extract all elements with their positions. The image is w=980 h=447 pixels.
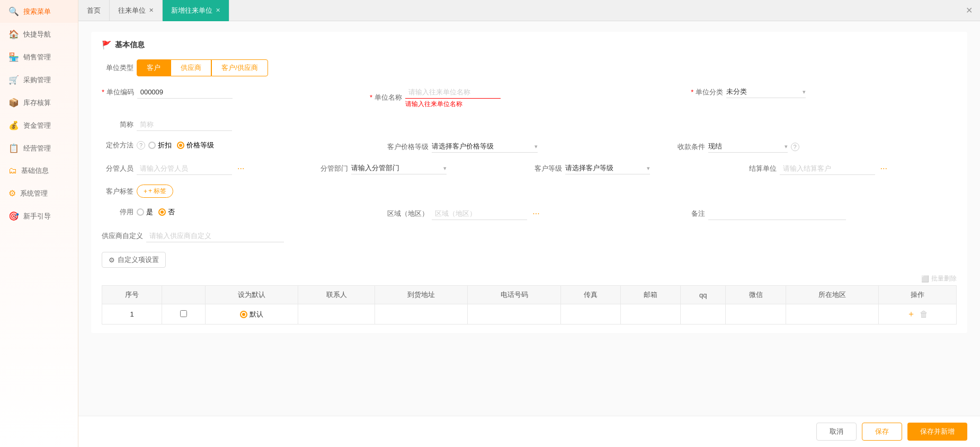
supplier-custom-input[interactable]: [146, 230, 284, 242]
th-action: 操作: [879, 286, 957, 304]
payment-help-icon[interactable]: ?: [791, 143, 799, 151]
row-qq: [681, 304, 726, 325]
unit-name-error-block: 请输入往来单位名称: [405, 86, 501, 109]
pricing-radio-level[interactable]: 价格等级: [177, 141, 214, 150]
type-btn-customer[interactable]: 客户: [137, 59, 171, 76]
add-tag-button[interactable]: + + 标签: [137, 185, 173, 198]
sidebar-item-inventory[interactable]: 📦 库存核算: [0, 91, 78, 114]
discount-label: 折扣: [158, 141, 172, 150]
disabled-radio-no[interactable]: 否: [158, 207, 175, 217]
sidebar-item-search[interactable]: 🔍 搜索菜单: [0, 0, 78, 23]
tab-partners[interactable]: 往来单位 ✕: [110, 0, 163, 21]
settlement-unit-input[interactable]: [780, 162, 875, 175]
row-checkbox[interactable]: [180, 310, 187, 317]
department-label: 分管部门: [316, 164, 348, 173]
manager-more-btn[interactable]: ···: [235, 164, 246, 173]
no-label: 否: [168, 207, 175, 217]
level-label: 价格等级: [186, 141, 214, 150]
tag-field: 客户标签 + + 标签: [102, 185, 957, 198]
code-name-category-row: 单位编码 单位名称 请输入往来单位名称 单位分类 未分类 ▾: [102, 86, 957, 109]
cancel-button[interactable]: 取消: [816, 423, 857, 441]
flag-icon: 🚩: [102, 40, 112, 50]
tab-new-partner[interactable]: 新增往来单位 ✕: [163, 0, 229, 21]
basic-info-icon: 🗂: [8, 166, 17, 176]
th-region: 所在地区: [786, 286, 879, 304]
unit-name-label: 单位名称: [370, 93, 402, 102]
unit-name-input[interactable]: [405, 86, 501, 99]
sidebar-item-finance[interactable]: 💰 资金管理: [0, 114, 78, 137]
inventory-icon: 📦: [8, 98, 19, 108]
remark-input[interactable]: [708, 207, 846, 220]
th-seq: 序号: [102, 286, 162, 304]
department-select[interactable]: 请输入分管部门 ▾: [351, 162, 447, 174]
custom-settings-label: 自定义项设置: [118, 255, 159, 265]
sidebar-item-guide[interactable]: 🎯 新手引导: [0, 205, 78, 227]
main-area: 首页 往来单位 ✕ 新增往来单位 ✕ ✕ 🚩 基本信息 单位类型 客户: [78, 0, 980, 447]
unit-name-field: 单位名称 请输入往来单位名称: [370, 86, 689, 109]
settlement-unit-field: 结算单位 ···: [745, 162, 957, 175]
operation-icon: 📋: [8, 143, 19, 153]
yes-label: 是: [146, 207, 153, 217]
custom-settings-button[interactable]: ⚙ 自定义项设置: [102, 252, 166, 268]
unit-category-select[interactable]: 未分类 ▾: [726, 86, 806, 98]
price-level-select[interactable]: 请选择客户价格等级 ▾: [432, 141, 538, 153]
tab-bar: 首页 往来单位 ✕ 新增往来单位 ✕ ✕: [78, 0, 980, 21]
sidebar-item-quick-nav[interactable]: 🏠 快捷导航: [0, 23, 78, 46]
th-address: 到货地址: [375, 286, 468, 304]
customer-level-select[interactable]: 请选择客户等级 ▾: [565, 162, 650, 174]
type-btn-supplier[interactable]: 供应商: [171, 59, 211, 76]
supplier-custom-label: 供应商自定义: [102, 231, 143, 241]
default-label: 默认: [250, 310, 263, 319]
unit-type-buttons: 客户 供应商 客户/供应商: [137, 59, 268, 76]
settings-icon: ⚙: [109, 256, 115, 264]
disabled-radio-yes[interactable]: 是: [137, 207, 153, 217]
batch-delete-label[interactable]: 批量删除: [931, 274, 957, 283]
table-header-row: 序号 设为默认 联系人 到货地址 电话号码 传真 邮箱 qq 微信 所在地区 操…: [102, 286, 957, 304]
department-placeholder: 请输入分管部门: [351, 163, 441, 173]
delete-row-icon[interactable]: 🗑: [920, 310, 928, 319]
settlement-more-btn[interactable]: ···: [878, 164, 889, 173]
short-name-input[interactable]: [137, 118, 232, 131]
type-btn-both[interactable]: 客户/供应商: [211, 59, 268, 76]
price-level-placeholder: 请选择客户价格等级: [432, 142, 532, 151]
save-add-button[interactable]: 保存并新增: [907, 423, 967, 441]
department-arrow: ▾: [443, 165, 447, 172]
supplier-custom-row: 供应商自定义: [102, 230, 957, 242]
unit-type-label: 单位类型: [102, 63, 133, 73]
add-row-icon[interactable]: ＋: [907, 309, 915, 320]
region-more-btn[interactable]: ···: [530, 209, 541, 218]
manager-label: 分管人员: [102, 164, 133, 173]
sidebar-item-purchase[interactable]: 🛒 采购管理: [0, 68, 78, 91]
sidebar-item-system[interactable]: ⚙ 系统管理: [0, 182, 78, 205]
pricing-method-label: 定价方法: [102, 141, 133, 150]
sidebar-item-operation[interactable]: 📋 经营管理: [0, 137, 78, 160]
pricing-help-icon[interactable]: ?: [137, 141, 145, 150]
unit-type-field: 单位类型 客户 供应商 客户/供应商: [102, 59, 957, 76]
sidebar-item-sales[interactable]: 🏪 销售管理: [0, 46, 78, 68]
remark-field: 备注: [673, 207, 957, 220]
pricing-radio-discount[interactable]: 折扣: [148, 141, 172, 150]
unit-type-row: 单位类型 客户 供应商 客户/供应商: [102, 59, 957, 76]
tab-bar-close[interactable]: ✕: [958, 0, 980, 21]
default-radio[interactable]: 默认: [211, 310, 293, 319]
payment-terms-arrow: ▾: [785, 143, 788, 150]
manager-input[interactable]: [137, 162, 232, 175]
payment-terms-select[interactable]: 现结 ▾: [708, 141, 788, 153]
sidebar-item-basic-info[interactable]: 🗂 基础信息: [0, 160, 78, 182]
basic-info-section: 🚩 基本信息 单位类型 客户 供应商 客户/供应商 单位编码: [91, 32, 967, 333]
close-new-partner-icon[interactable]: ✕: [216, 7, 220, 14]
unit-code-input[interactable]: [137, 86, 233, 99]
region-input[interactable]: [432, 207, 527, 220]
save-button[interactable]: 保存: [862, 423, 902, 441]
pricing-method-field: 定价方法 ? 折扣 价格等级: [102, 141, 385, 150]
customer-level-label: 客户等级: [530, 164, 562, 173]
close-partners-icon[interactable]: ✕: [149, 7, 154, 14]
price-level-label: 客户价格等级: [387, 142, 429, 152]
payment-terms-label: 收款条件: [673, 142, 705, 152]
batch-delete-area: ⬜ 批量删除: [102, 274, 957, 283]
tab-home[interactable]: 首页: [78, 0, 110, 21]
row-check: [162, 304, 206, 325]
sidebar: 🔍 搜索菜单 🏠 快捷导航 🏪 销售管理 🛒 采购管理 📦 库存核算 💰 资金管…: [0, 0, 78, 447]
row-phone: [468, 304, 561, 325]
table-row: 1 默认: [102, 304, 957, 325]
